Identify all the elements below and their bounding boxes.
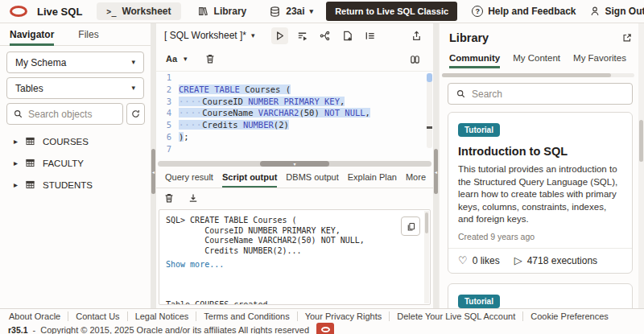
expand-caret-icon[interactable]: ▸ — [14, 159, 18, 167]
whitespace-marker: ···· — [179, 97, 202, 106]
tab-navigator[interactable]: Navigator — [10, 23, 54, 45]
code-token: NUMBER PRIMARY KEY — [248, 97, 340, 106]
search-icon — [13, 109, 23, 119]
tutorial-badge: Tutorial — [458, 295, 500, 308]
code-token: CREATE TABLE — [179, 85, 240, 94]
tree-item-courses[interactable]: ▸ COURSES — [0, 130, 151, 152]
footer-link-delete-account[interactable]: Delete Your Live SQL Account — [390, 311, 523, 321]
footer-link-contact[interactable]: Contact Us — [68, 311, 127, 321]
show-more-link[interactable]: Show more... — [159, 260, 224, 270]
run-button[interactable] — [271, 27, 288, 44]
output-scrollbar-thumb[interactable] — [425, 212, 428, 233]
tab-community[interactable]: Community — [449, 47, 500, 68]
font-size-button[interactable]: Aa — [166, 54, 177, 64]
line-number: 1 — [156, 72, 179, 84]
sign-out-button[interactable]: Sign Out — [589, 6, 644, 17]
worksheet-panel: [ SQL Worksheet ]* ▾ — [156, 23, 433, 308]
tab-dbms-output[interactable]: DBMS output — [286, 167, 338, 188]
refresh-button[interactable] — [126, 103, 145, 125]
likes-stat[interactable]: ♡ 0 likes — [458, 255, 500, 266]
footer-link-terms[interactable]: Terms and Conditions — [196, 311, 297, 321]
card-created: Created 9 years ago — [458, 232, 622, 241]
help-icon: ? — [472, 6, 483, 17]
explain-plan-button[interactable] — [316, 27, 333, 44]
splitter-handle[interactable]: ◂ — [151, 149, 155, 194]
tab-query-result[interactable]: Query result — [165, 167, 213, 188]
share-button[interactable] — [408, 27, 425, 44]
code-line: 2 CREATE TABLE Courses ( — [156, 84, 433, 96]
chevron-down-icon[interactable]: ▾ — [251, 32, 255, 39]
footer-link-cookies[interactable]: Cookie Preferences — [523, 311, 616, 321]
library-splitter[interactable]: ◂ — [433, 23, 439, 308]
object-type-select[interactable]: Tables ▾ — [6, 77, 144, 99]
output-scrollbar[interactable] — [424, 211, 429, 303]
download-output-button[interactable] — [185, 190, 201, 206]
expand-caret-icon[interactable]: ▸ — [14, 138, 18, 146]
code-token: , — [340, 97, 345, 106]
chevron-down-icon: ▾ — [131, 59, 135, 66]
table-icon — [25, 179, 35, 190]
search-objects-input[interactable] — [28, 109, 117, 120]
tree-item-faculty[interactable]: ▸ FACULTY — [0, 152, 151, 174]
live-sql-app: Live SQL >_ Worksheet Library 23ai ▾ Ret… — [0, 0, 644, 334]
save-file-button[interactable] — [339, 27, 356, 44]
library-scrollbar[interactable] — [638, 23, 644, 308]
tree-item-students[interactable]: ▸ STUDENTS — [0, 174, 151, 196]
script-output-panel: SQL> CREATE TABLE Courses ( CourseID NUM… — [159, 209, 431, 305]
scrollbar-thumb[interactable] — [442, 73, 611, 77]
code-token: NUMBER — [243, 120, 274, 130]
copyright-text: Copyright © 2015, 2025 Oracle and/or its… — [40, 325, 309, 334]
footer-link-legal[interactable]: Legal Notices — [128, 311, 197, 321]
tutorial-card[interactable]: Tutorial SQL Macros - Creating parameter… — [448, 283, 633, 309]
tab-more[interactable]: More — [406, 167, 426, 188]
run-script-button[interactable] — [294, 27, 311, 44]
code-line: 4 ····CourseName VARCHAR2(50) NOT NULL, — [156, 107, 433, 119]
app-header: Live SQL >_ Worksheet Library 23ai ▾ Ret… — [0, 0, 644, 23]
library-search-box — [448, 83, 633, 105]
library-search-input[interactable] — [472, 89, 625, 100]
code-token: CourseID — [202, 97, 248, 106]
copy-output-button[interactable] — [401, 216, 420, 236]
tab-my-favorites[interactable]: My Favorites — [573, 47, 626, 68]
splitter-handle[interactable]: ◂ — [434, 149, 438, 194]
editor-output-splitter[interactable]: ▾ — [158, 161, 431, 167]
tab-explain-plan[interactable]: Explain Plan — [348, 167, 397, 188]
code-token: , — [365, 108, 370, 118]
library-tabs-scrollbar[interactable] — [442, 73, 634, 77]
format-button[interactable] — [361, 27, 378, 44]
editor-scrollbar-thumb[interactable] — [427, 73, 432, 82]
schema-select[interactable]: My Schema ▾ — [6, 52, 144, 73]
code-line: 7 — [156, 143, 433, 155]
scrollbar-thumb[interactable] — [639, 120, 643, 162]
sql-code-editor[interactable]: 1 2 CREATE TABLE Courses ( 3 ····CourseI… — [156, 71, 433, 159]
expand-caret-icon[interactable]: ▸ — [14, 181, 18, 189]
tutorial-card[interactable]: Tutorial Introduction to SQL This tutori… — [448, 112, 633, 274]
tab-files[interactable]: Files — [78, 23, 98, 45]
chevron-down-icon[interactable]: ▾ — [184, 56, 188, 63]
terminal-icon: >_ — [106, 7, 116, 16]
tab-script-output[interactable]: Script output — [222, 167, 277, 188]
code-line: 3 ····CourseID NUMBER PRIMARY KEY, — [156, 96, 433, 108]
database-label: 23ai — [286, 6, 304, 17]
clear-worksheet-button[interactable] — [202, 51, 218, 67]
sidebar-splitter[interactable]: ◂ — [151, 23, 156, 308]
footer-link-about[interactable]: About Oracle — [2, 311, 68, 321]
clear-output-button[interactable] — [161, 190, 177, 206]
return-to-classic-button[interactable]: Return to Live SQL Classic — [326, 2, 457, 21]
nav-tab-worksheet[interactable]: >_ Worksheet — [97, 2, 180, 20]
footer-link-privacy[interactable]: Your Privacy Rights — [298, 311, 390, 321]
open-in-new-icon[interactable] — [621, 32, 633, 43]
find-button[interactable] — [407, 51, 423, 68]
tree-item-label: FACULTY — [43, 159, 84, 168]
database-selector[interactable]: 23ai ▾ — [269, 6, 313, 18]
help-and-feedback-button[interactable]: ? Help and Feedback — [472, 6, 576, 17]
splitter-handle[interactable]: ▾ — [260, 161, 329, 167]
version-label: r35.1 — [8, 325, 28, 334]
editor-scrollbar[interactable] — [427, 73, 432, 148]
card-title[interactable]: Introduction to SQL — [458, 145, 622, 158]
tree-item-label: COURSES — [43, 137, 89, 146]
tab-my-content[interactable]: My Content — [513, 47, 560, 68]
nav-tab-library[interactable]: Library — [188, 2, 257, 20]
line-number: 2 — [156, 84, 179, 96]
line-number: 3 — [156, 96, 179, 108]
